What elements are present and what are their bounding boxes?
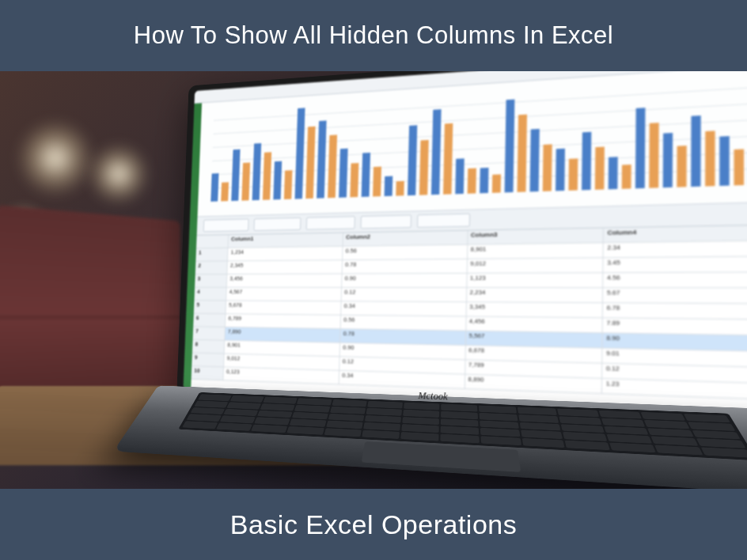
keyboard-key [640,412,685,421]
tab-button [203,218,249,232]
chart-bar [595,147,605,190]
keyboard-key [609,443,656,453]
keyboard-key [403,410,439,418]
chart-bar [663,133,673,187]
cell: 1.23 [602,379,747,399]
keyboard-key [481,436,522,445]
chart-bar [273,161,282,200]
keyboard-key [194,400,228,407]
keyboard-key [688,422,735,431]
chart-bar [543,144,552,191]
row-header: 3 [195,274,227,288]
chart-bar [677,146,686,187]
keyboard-key [223,409,258,417]
chart-bar [480,168,488,194]
sidebar-item [197,108,198,120]
sidebar-item [191,281,191,293]
row-header: 5 [194,301,226,314]
chart-bar [210,173,218,202]
excel-main: Column1Column2Column3Column4Column511,23… [191,71,747,411]
row-header: 10 [191,366,224,380]
row-header: 9 [191,353,224,367]
laptop-brand-label: Mctook [418,389,448,403]
keyboard-key [294,405,330,413]
chart-bar [231,149,240,201]
cell: 5,678 [226,301,341,315]
keyboard-key [230,395,264,403]
keyboard-key [557,409,598,417]
sidebar-item [192,233,193,245]
cell: 0,123 [223,367,339,384]
chart-bar [284,170,293,199]
cell: 2,234 [467,288,604,303]
keyboard-key [404,403,439,411]
chart-bar [719,135,730,186]
cell: 3,456 [227,274,343,287]
keyboard-key [701,448,747,458]
tab-button [306,216,355,230]
sidebar-item [193,217,194,229]
chart-bar [505,100,515,193]
cell: 5.67 [603,288,747,304]
chart-bar [635,108,646,189]
chart-bar [328,134,337,198]
cell: 0.34 [341,301,467,316]
sidebar-item [191,264,192,277]
cell: 0.12 [341,288,467,302]
row-header: 7 [193,327,226,340]
keyboard-key [198,394,232,401]
keyboard-key [287,426,324,435]
column-header [196,235,229,248]
bokeh-light [16,119,95,198]
cell: 3,345 [466,302,603,318]
keyboard-key [332,399,366,407]
column-header: Column4 [604,225,747,243]
keyboard-key [297,398,332,405]
keyboard-key [559,416,601,425]
cell: 0.78 [342,259,467,274]
cell: 0.34 [339,371,465,389]
keyboard-key [654,445,703,456]
keyboard-key [598,411,641,419]
bokeh-light [87,142,150,206]
chart-bar [339,149,347,198]
keyboard-key [441,404,477,412]
keyboard-key [400,432,438,441]
bottom-title: Basic Excel Operations [230,509,518,540]
cell: 8,901 [468,243,605,259]
keyboard-key [441,411,478,419]
keyboard-key [330,407,366,414]
chart-bar [419,139,429,195]
row-header: 6 [193,314,226,327]
cell: 4,567 [226,288,342,302]
chart-bar [649,123,658,188]
chart-bar [362,153,370,197]
chart-bar [431,109,442,195]
keyboard-key [522,438,565,448]
keyboard-key [191,407,226,414]
chart-bar [373,167,381,197]
keyboard-key [601,418,644,426]
keyboard-key [440,434,480,444]
chart-bar [317,120,326,198]
keyboard-key [264,397,298,404]
laptop-screen: Column1Column2Column3Column4Column511,23… [184,71,747,411]
tab-button [361,214,411,229]
keyboard-key [324,428,361,437]
chart-bar [385,176,393,196]
keyboard-key [519,414,559,423]
cell: 0.90 [342,274,467,288]
top-banner: How To Show All Hidden Columns In Excel [0,0,747,71]
cell: 2,345 [227,260,343,274]
sidebar-item [196,138,197,151]
chart-bar [443,123,453,195]
column-header: Column1 [228,233,343,248]
keyboard-key [260,403,295,411]
chart-bar [350,163,358,198]
chart-bar [609,157,618,189]
laptop: Column1Column2Column3Column4Column511,23… [148,71,747,489]
sidebar-item [189,328,190,342]
cell: 9,012 [467,258,604,274]
spreadsheet-grid: Column1Column2Column3Column4Column511,23… [191,222,747,411]
keyboard-key [518,407,557,415]
